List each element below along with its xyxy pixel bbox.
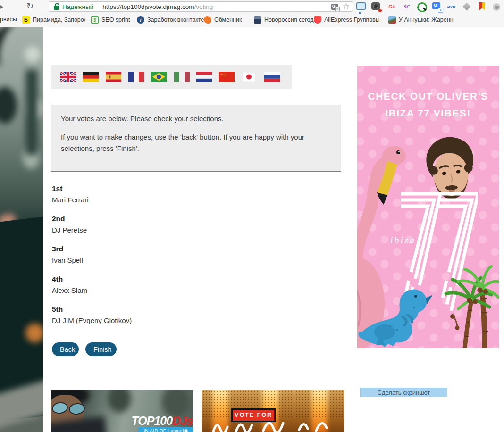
vote-rank: 4th: [52, 274, 241, 285]
signature-script: [207, 418, 340, 432]
browser-toolbar: ↻ Надежный https://top100djsvote.djmag.c…: [0, 0, 504, 14]
ibiza-script-label: ibiza: [390, 235, 416, 246]
url-host: https://top100djsvote.djmag.com: [102, 3, 194, 10]
vote-selections-list: 1st Mari Ferrari 2nd DJ Peretse 3rd Ivan…: [52, 183, 241, 334]
make-screenshot-button[interactable]: Сделать скриншот: [360, 388, 447, 397]
bookmark-star-icon[interactable]: ☆: [343, 2, 350, 11]
voting-page: Your votes are below. Please check your …: [0, 27, 504, 432]
vote-rank: 3rd: [52, 243, 241, 255]
vote-confirmation-notice: Your votes are below. Please check your …: [51, 105, 341, 172]
p2p-extension-icon[interactable]: P2P: [446, 2, 456, 12]
bookmark-piramida[interactable]: Б Пирамида, Запорож: [22, 16, 85, 24]
translate-page-icon[interactable]: Gя: [331, 4, 338, 10]
vote-dj-name: Mari Ferrari: [52, 194, 241, 206]
secure-lock-icon: [54, 6, 59, 10]
flag-russia[interactable]: [264, 72, 280, 82]
flag-italy[interactable]: [174, 72, 190, 82]
obmennik-squirrel-favicon: [204, 16, 211, 24]
notice-line-1: Your votes are below. Please check your …: [61, 113, 331, 125]
flag-uk[interactable]: [60, 72, 76, 82]
palm-trees-image: [424, 256, 499, 348]
browser-window: ↻ Надежный https://top100djsvote.djmag.c…: [0, 0, 504, 432]
orange-glow: [25, 324, 43, 342]
novorossiya-mountain-favicon: [254, 16, 261, 24]
bookmark-zarabotok[interactable]: i Заработок вконтакте: [137, 16, 204, 24]
flag-china[interactable]: [219, 72, 235, 82]
dinosaur-toy-image: [357, 279, 432, 348]
vote-item-2: 2nd DJ Peretse: [52, 213, 241, 236]
flag-germany[interactable]: [83, 72, 99, 82]
vote-dj-name: DJ Peretse: [52, 224, 241, 236]
reload-icon[interactable]: ↻: [26, 1, 34, 11]
language-flags-bar: [51, 65, 292, 89]
camera-blocker-extension-icon[interactable]: [371, 2, 381, 12]
secure-label: Надежный: [62, 3, 93, 10]
vote-item-3: 3rd Ivan Spell: [52, 243, 241, 266]
light-spot: [25, 46, 41, 62]
annushka-photo-favicon: [388, 16, 396, 24]
bookmark-obmennik[interactable]: Обменник: [204, 16, 242, 24]
vote-item-4: 4th Alexx Slam: [52, 274, 241, 296]
bookmark-novorossiya[interactable]: Новороссия сегодня: [254, 16, 318, 24]
top100djs-banner[interactable]: TOP100DJs IN AID OF | unicef◉: [51, 390, 193, 432]
vote-dj-name: Ivan Spell: [52, 255, 241, 266]
aliexpress-favicon: [314, 16, 321, 24]
bookmark-seo-sprint[interactable]: $ SEO sprint: [91, 16, 130, 24]
vote-for-banner[interactable]: VOTE FOR: [202, 390, 344, 432]
flag-spain[interactable]: [106, 72, 121, 82]
translate-extension-icon[interactable]: Gя: [432, 2, 442, 12]
bookmarks-bar: рвисы Б Пирамида, Запорож $ SEO sprint i…: [0, 14, 504, 28]
finish-button[interactable]: Finish: [85, 342, 117, 356]
gplus-extension-icon[interactable]: G+: [387, 2, 396, 12]
notice-line-2: If you want to make changes, use the 'ba…: [61, 132, 331, 154]
background-photo: [0, 27, 43, 432]
back-button[interactable]: Back: [52, 342, 79, 356]
se-extension-icon[interactable]: SЄ: [402, 2, 412, 12]
vote-rank: 1st: [52, 183, 241, 194]
flag-netherlands[interactable]: [196, 72, 212, 82]
address-bar[interactable]: Надежный https://top100djsvote.djmag.com…: [49, 1, 353, 12]
ud-extension-icon[interactable]: [492, 2, 501, 12]
flag-japan[interactable]: [243, 72, 255, 82]
tree-shape: [25, 70, 38, 155]
bookmark-services[interactable]: рвисы: [0, 16, 17, 23]
sunglass-lens-shape: [0, 87, 17, 124]
ad-headline: CHECK OUT OLIVER'S IBIZA 77 VIBES!: [357, 88, 499, 122]
url-path: /voting: [194, 3, 213, 10]
address-divider: [98, 3, 98, 10]
search-tool-extension-icon[interactable]: [417, 2, 427, 12]
flag-france[interactable]: [128, 72, 144, 82]
bookmark-aliexpress[interactable]: AliExpress Групповы: [314, 16, 379, 24]
flag-bookmark-extension-icon[interactable]: [478, 2, 487, 12]
vote-item-5: 5th DJ JIM (Evgeny Glotikov): [52, 304, 241, 326]
unicef-strip: IN AID OF | unicef◉: [138, 427, 193, 432]
bookmark-annushka[interactable]: У Аннушки: Жаренн: [388, 16, 454, 24]
vote-rank: 5th: [52, 304, 241, 315]
vote-rank: 2nd: [52, 213, 241, 224]
cube-extension-icon[interactable]: [462, 2, 472, 12]
top100djs-logo: TOP100DJs: [131, 414, 193, 428]
vote-dj-name: Alexx Slam: [52, 285, 241, 296]
seo-sprint-favicon: $: [91, 16, 99, 24]
zarabotok-favicon: i: [137, 16, 144, 24]
ibiza77-ad-banner[interactable]: CHECK OUT OLIVER'S IBIZA 77 VIBES!: [357, 66, 499, 348]
flag-brazil[interactable]: [151, 72, 167, 82]
piramida-favicon: Б: [22, 16, 30, 24]
vote-dj-name: DJ JIM (Evgeny Glotikov): [52, 315, 241, 326]
vote-item-1: 1st Mari Ferrari: [52, 183, 241, 206]
screen-cast-extension-icon[interactable]: [356, 2, 366, 12]
palm-silhouette: [108, 390, 131, 413]
forward-icon[interactable]: [0, 4, 3, 10]
